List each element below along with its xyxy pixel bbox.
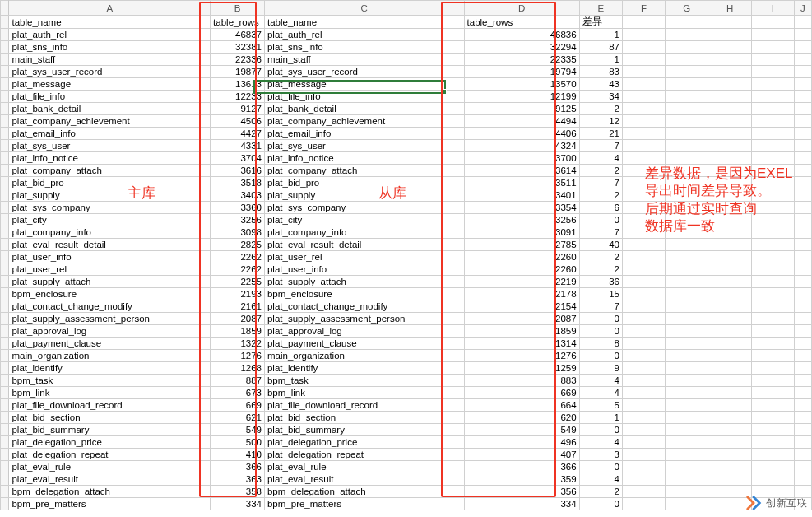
cell[interactable]: plat_eval_rule: [264, 461, 464, 473]
cell[interactable]: bpm_pre_matters: [264, 498, 464, 510]
cell[interactable]: main_organization: [264, 350, 464, 362]
cell[interactable]: 4: [579, 375, 622, 387]
row-header[interactable]: [1, 54, 9, 66]
cell[interactable]: plat_bid_section: [9, 412, 211, 424]
row-header[interactable]: [1, 91, 9, 103]
cell[interactable]: [622, 375, 665, 387]
cell[interactable]: [751, 140, 794, 152]
cell[interactable]: [751, 54, 794, 66]
cell[interactable]: plat_message: [9, 78, 211, 91]
cell[interactable]: [666, 375, 708, 387]
cell[interactable]: 2: [579, 165, 622, 177]
cell[interactable]: [666, 412, 708, 424]
cell[interactable]: [708, 473, 751, 486]
cell[interactable]: [751, 177, 794, 189]
cell[interactable]: [622, 165, 665, 177]
cell[interactable]: [794, 251, 811, 263]
cell[interactable]: plat_payment_clause: [264, 338, 464, 350]
cell[interactable]: [794, 189, 811, 202]
cell[interactable]: plat_file_download_record: [264, 399, 464, 412]
cell[interactable]: [794, 29, 811, 41]
cell[interactable]: [751, 461, 794, 473]
cell[interactable]: [708, 362, 751, 375]
cell[interactable]: [622, 128, 665, 140]
cell[interactable]: 12: [579, 115, 622, 128]
cell[interactable]: [622, 251, 665, 263]
cell[interactable]: plat_supply_assessment_person: [9, 313, 211, 325]
cell[interactable]: [666, 29, 708, 41]
cell[interactable]: 2260: [464, 251, 579, 263]
cell[interactable]: 883: [464, 375, 579, 387]
cell[interactable]: [794, 226, 811, 239]
cell[interactable]: plat_supply_attach: [264, 276, 464, 288]
cell[interactable]: 0: [579, 424, 622, 436]
cell[interactable]: plat_supply_attach: [9, 276, 211, 288]
cell[interactable]: [794, 165, 811, 177]
cell[interactable]: [708, 424, 751, 436]
cell[interactable]: [708, 54, 751, 66]
cell[interactable]: 4506: [211, 115, 265, 128]
row-header[interactable]: [1, 399, 9, 412]
cell[interactable]: 334: [211, 498, 265, 510]
cell[interactable]: 1314: [464, 338, 579, 350]
cell[interactable]: [794, 338, 811, 350]
cell[interactable]: 22336: [211, 54, 265, 66]
cell[interactable]: 83: [579, 66, 622, 78]
cell[interactable]: [751, 29, 794, 41]
cell[interactable]: [794, 276, 811, 288]
row-header[interactable]: [1, 41, 9, 54]
cell[interactable]: [751, 288, 794, 300]
cell[interactable]: [622, 288, 665, 300]
cell[interactable]: [666, 128, 708, 140]
row-header[interactable]: [1, 214, 9, 226]
cell[interactable]: [708, 338, 751, 350]
cell[interactable]: [708, 251, 751, 263]
cell[interactable]: [708, 66, 751, 78]
col-E[interactable]: E: [579, 1, 622, 16]
cell[interactable]: [622, 350, 665, 362]
cell[interactable]: 363: [211, 473, 265, 486]
row-header[interactable]: [1, 276, 9, 288]
cell[interactable]: plat_eval_result_detail: [264, 239, 464, 251]
cell[interactable]: 549: [464, 424, 579, 436]
cell[interactable]: [622, 473, 665, 486]
cell[interactable]: plat_approval_log: [264, 325, 464, 338]
cell[interactable]: 15: [579, 288, 622, 300]
cell[interactable]: [666, 226, 708, 239]
cell[interactable]: 3403: [211, 189, 265, 202]
cell[interactable]: 2: [579, 103, 622, 115]
cell[interactable]: [794, 128, 811, 140]
cell[interactable]: [666, 66, 708, 78]
row-header[interactable]: [1, 300, 9, 313]
cell[interactable]: [751, 436, 794, 449]
cell[interactable]: [794, 177, 811, 189]
cell[interactable]: bpm_enclosure: [9, 288, 211, 300]
cell[interactable]: [794, 350, 811, 362]
row-header[interactable]: [1, 461, 9, 473]
cell[interactable]: [708, 300, 751, 313]
row-header[interactable]: [1, 362, 9, 375]
cell[interactable]: 4427: [211, 128, 265, 140]
cell[interactable]: [708, 461, 751, 473]
cell[interactable]: [622, 424, 665, 436]
cell[interactable]: plat_delegation_repeat: [9, 449, 211, 461]
cell[interactable]: [666, 486, 708, 498]
grid[interactable]: A B C D E F G H I J table_nametable_rows…: [0, 0, 812, 510]
row-header[interactable]: [1, 263, 9, 276]
row-header[interactable]: [1, 78, 9, 91]
row-header[interactable]: [1, 140, 9, 152]
cell[interactable]: [708, 263, 751, 276]
cell[interactable]: 3354: [464, 202, 579, 214]
cell[interactable]: 22335: [464, 54, 579, 66]
cell[interactable]: 7: [579, 140, 622, 152]
row-header[interactable]: [1, 288, 9, 300]
cell[interactable]: [622, 152, 665, 165]
cell[interactable]: [666, 239, 708, 251]
cell[interactable]: [751, 375, 794, 387]
cell[interactable]: [751, 387, 794, 399]
cell[interactable]: [794, 486, 811, 498]
cell[interactable]: 3091: [464, 226, 579, 239]
cell[interactable]: [794, 473, 811, 486]
cell[interactable]: plat_message: [264, 78, 464, 91]
col-J[interactable]: J: [794, 1, 811, 16]
